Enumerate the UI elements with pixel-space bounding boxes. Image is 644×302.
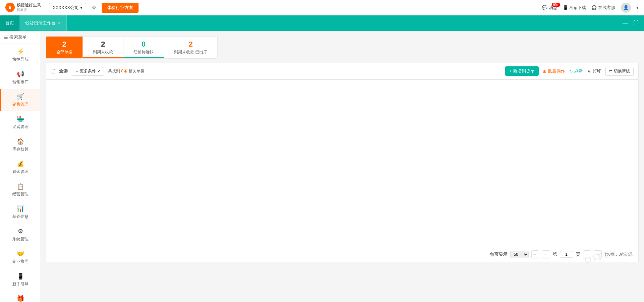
app-download-label: App下载: [570, 5, 586, 11]
search-icon: ☰: [4, 35, 8, 40]
tab-home-label: 首页: [5, 20, 14, 26]
sidebar-item-label: 快捷导航: [12, 57, 29, 62]
sidebar-item-sales[interactable]: 🛒 销售管理: [0, 89, 40, 111]
sidebar-item-label: 系统管理: [12, 236, 29, 242]
sidebar-search[interactable]: ☰ 搜索菜单: [0, 31, 40, 44]
tab-maximize-button[interactable]: ⛶: [632, 19, 640, 27]
company-name: XXXXXX公司: [53, 5, 79, 11]
sidebar-item-finance[interactable]: 💰 资金管理: [0, 156, 40, 179]
sidebar-item-cooperation[interactable]: 🤝 企业协同: [0, 246, 40, 268]
select-all-checkbox[interactable]: [51, 69, 55, 73]
filter-icon: ▽: [75, 69, 78, 73]
system-icon: ⚙: [18, 228, 23, 235]
sidebar-item-guide[interactable]: 📱 新手引导: [0, 268, 40, 291]
tab-workbench[interactable]: 钱货日清工作台 ✕: [20, 15, 67, 31]
stat-tab-all[interactable]: 2 全部单据: [46, 37, 83, 58]
sidebar-item-label: 营销推广: [12, 79, 29, 85]
logo-sub: 标准版: [17, 8, 41, 12]
stat-pending-label: 旺铺待确认: [133, 49, 154, 55]
stat-shipped-label: 到期未收款 已出库: [174, 49, 207, 55]
download-icon: 📱: [563, 5, 568, 10]
sidebar-item-label: 基础信息: [12, 214, 29, 220]
nav-tabs-bar: 首页 钱货日清工作台 ✕ — ⛶: [0, 15, 644, 31]
tab-actions: — ⛶: [621, 19, 644, 27]
stat-overdue-label: 到期未收款: [93, 49, 113, 55]
refresh-button[interactable]: ↻ 刷新: [569, 68, 583, 74]
online-service-button[interactable]: 🎧 在线客服: [591, 5, 615, 11]
pagination-bar: 每页显示 50 20 100 « ‹ 第 页 › » 共0页，0条记录: [46, 247, 639, 262]
basic-info-icon: 📊: [17, 205, 24, 213]
sidebar-item-label: 新手引导: [12, 281, 29, 287]
settings-button[interactable]: ⚙: [89, 3, 99, 13]
sidebar: ☰ 搜索菜单 ⚡ 快捷导航 📢 营销推广 🛒 销售管理 🏪 采购管理 🏠 库存核…: [0, 31, 40, 302]
inventory-icon: 🏠: [17, 138, 24, 145]
user-icon: 👤: [623, 5, 629, 10]
page-prev-button[interactable]: ‹: [542, 250, 550, 258]
page-first-button[interactable]: «: [531, 250, 539, 258]
page-next-button[interactable]: ›: [583, 250, 591, 258]
stat-tab-overdue[interactable]: 2 到期未收款: [83, 37, 123, 58]
sidebar-item-operations[interactable]: 📋 经营管理: [0, 179, 40, 201]
avatar[interactable]: 👤: [621, 3, 631, 13]
sidebar-item-purchase[interactable]: 🏪 采购管理: [0, 111, 40, 134]
add-sales-order-button[interactable]: + 新增销货单: [505, 66, 539, 76]
messages-button[interactable]: 💬 消息 99+: [542, 5, 557, 11]
app-center-icon: 🎁: [17, 295, 24, 302]
print-button[interactable]: 🖨 打印: [587, 68, 601, 74]
found-suffix: 相关单据: [128, 69, 145, 73]
sidebar-item-marketing[interactable]: 📢 营销推广: [0, 66, 40, 89]
sidebar-item-inventory[interactable]: 🏠 库存核算: [0, 134, 40, 156]
sidebar-item-system[interactable]: ⚙ 系统管理: [0, 224, 40, 246]
guide-icon: 📱: [17, 273, 24, 280]
company-selector[interactable]: XXXXXX公司 ▾: [49, 3, 86, 12]
sidebar-item-basic-info[interactable]: 📊 基础信息: [0, 201, 40, 224]
refresh-label: 刷新: [574, 68, 583, 74]
total-text: 共0页，0条记录: [604, 252, 633, 257]
logo-area: 6 畅捷通好生意 标准版: [5, 3, 46, 12]
switch-version-button[interactable]: ⇄ 切换新版: [605, 67, 634, 76]
sidebar-item-label: 销售管理: [12, 102, 29, 107]
sidebar-item-label: 采购管理: [12, 124, 29, 130]
tab-underline-overdue: [83, 57, 123, 58]
stat-shipped-count: 2: [189, 40, 193, 49]
operations-icon: 📋: [17, 183, 24, 190]
chevron-down-icon: ▾: [636, 5, 639, 10]
page-number-input[interactable]: [560, 251, 573, 258]
trial-button[interactable]: 体验行业方案: [102, 3, 139, 13]
print-label: 打印: [593, 68, 601, 74]
marketing-icon: 📢: [17, 70, 24, 78]
switch-label: 切换新版: [614, 68, 630, 74]
service-icon: 🎧: [591, 5, 597, 10]
sidebar-item-label: 经营管理: [12, 191, 29, 197]
toolbar-right: + 新增销货单 ⊞ 批量操作 ↻ 刷新 🖨 打印 ⇄ 切换新版: [505, 66, 634, 76]
filter-button[interactable]: ▽ 更多条件 ∨: [72, 67, 104, 76]
sidebar-item-label: 企业协同: [12, 259, 29, 264]
batch-label: 批量操作: [548, 68, 565, 74]
tab-minimize-button[interactable]: —: [621, 19, 629, 27]
purchase-icon: 🏪: [17, 115, 24, 123]
cooperation-icon: 🤝: [17, 250, 24, 257]
online-service-label: 在线客服: [598, 5, 615, 11]
per-page-select[interactable]: 50 20 100: [510, 251, 529, 258]
app-download-button[interactable]: 📱 App下载: [563, 5, 586, 11]
tab-workbench-label: 钱货日清工作台: [25, 20, 56, 26]
user-name-area[interactable]: ▾: [636, 5, 639, 10]
found-text: 共找到 0条 相关单据: [108, 68, 145, 74]
refresh-icon: ↻: [569, 69, 573, 74]
tab-close-icon[interactable]: ✕: [58, 21, 61, 25]
tab-home[interactable]: 首页: [0, 15, 20, 31]
finance-icon: 💰: [17, 160, 24, 168]
batch-operation-button[interactable]: ⊞ 批量操作: [543, 68, 565, 74]
stat-all-count: 2: [62, 40, 66, 49]
chevron-icon: ∨: [97, 69, 100, 73]
sidebar-item-label: 库存核算: [12, 146, 29, 152]
sidebar-item-app-center[interactable]: 🎁 应用中心: [0, 291, 40, 302]
page-last-button[interactable]: »: [594, 250, 602, 258]
switch-icon: ⇄: [609, 69, 612, 73]
messages-badge: 99+: [552, 3, 560, 7]
tab-underline-pending: [123, 57, 164, 58]
stat-pending-count: 0: [142, 40, 146, 49]
sidebar-item-quick-nav[interactable]: ⚡ 快捷导航: [0, 44, 40, 66]
stat-tab-pending[interactable]: 0 旺铺待确认: [123, 37, 164, 58]
stat-tab-shipped[interactable]: 2 到期未收款 已出库: [164, 37, 217, 58]
